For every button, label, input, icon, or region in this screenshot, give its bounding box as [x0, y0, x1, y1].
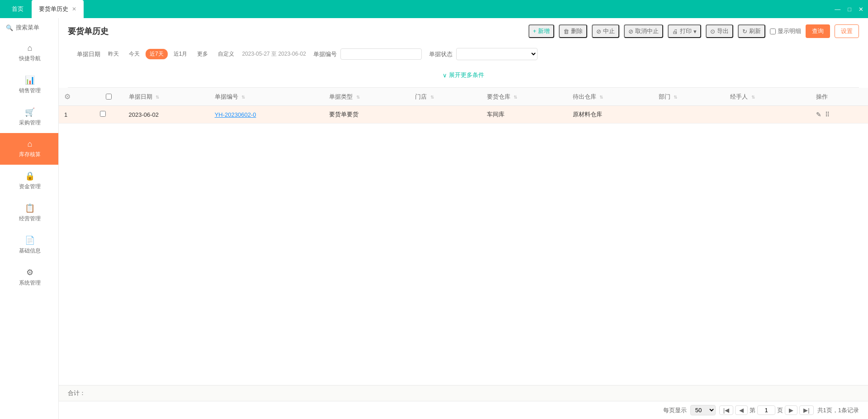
- sidebar-item-sales[interactable]: 📊 销售管理: [0, 69, 58, 101]
- window-controls: — □ ✕: [835, 6, 863, 13]
- last-page-button[interactable]: ▶|: [799, 405, 813, 415]
- window-maximize[interactable]: □: [848, 6, 851, 13]
- op-edit-icon[interactable]: ✎: [816, 111, 821, 118]
- expand-conditions-button[interactable]: ∨ 展开更多条件: [439, 69, 488, 81]
- page-size-select[interactable]: 50 10 20 100: [690, 405, 716, 415]
- top-bar: 首页 要货单历史 ✕ — □ ✕: [0, 0, 868, 18]
- row-handler: [725, 106, 811, 124]
- window-minimize[interactable]: —: [835, 6, 840, 13]
- sort-pending-icon[interactable]: ⇅: [599, 95, 603, 100]
- th-op: 操作: [811, 88, 868, 106]
- row-num-link[interactable]: YH-20230602-0: [215, 111, 256, 118]
- display-detail-toggle[interactable]: 显示明细: [770, 27, 801, 35]
- th-store: 门店 ⇅: [410, 88, 481, 106]
- tab-close-icon[interactable]: ✕: [72, 6, 76, 12]
- print-dropdown-icon: ▾: [693, 28, 697, 35]
- window-close[interactable]: ✕: [859, 6, 863, 13]
- export-button[interactable]: ⊙ 导出: [706, 24, 733, 38]
- display-detail-checkbox[interactable]: [770, 29, 776, 34]
- tab-history[interactable]: 要货单历史 ✕: [32, 0, 84, 18]
- refresh-icon: ↻: [742, 28, 747, 35]
- sort-type-icon[interactable]: ⇅: [356, 95, 360, 100]
- row-date: 2023-06-02: [123, 106, 209, 124]
- search-icon: 🔍: [6, 24, 13, 31]
- th-date: 单据日期 ⇅: [123, 88, 209, 106]
- doc-num-filter-group: 单据编号: [313, 48, 422, 60]
- delete-icon: 🗑: [563, 28, 569, 35]
- date-range-display: 2023-05-27 至 2023-06-02: [242, 50, 306, 58]
- pagination-bar: 每页显示 50 10 20 100 |◀ ◀ 第 页 ▶ ▶| 共1页，1条记录: [59, 401, 868, 419]
- first-page-button[interactable]: |◀: [719, 405, 733, 415]
- expand-row: ∨ 展开更多条件: [77, 67, 850, 83]
- page-number-input[interactable]: [757, 405, 775, 415]
- expand-icon: ∨: [443, 72, 447, 79]
- stop-button[interactable]: ⊘ 中止: [592, 24, 619, 38]
- sidebar: 🔍 搜索菜单 ⌂ 快捷导航 📊 销售管理 🛒 采购管理 ⌂ 库存核算 🔒 资金管…: [0, 18, 59, 419]
- sidebar-item-purchase[interactable]: 🛒 采购管理: [0, 101, 58, 133]
- row-index: 1: [59, 106, 94, 124]
- refresh-button[interactable]: ↻ 刷新: [738, 24, 765, 38]
- sidebar-item-system[interactable]: ⚙ 系统管理: [0, 261, 58, 293]
- cancel-stop-button[interactable]: ⊘ 取消中止: [624, 24, 663, 38]
- prev-page-button[interactable]: ◀: [735, 405, 748, 415]
- settings-button[interactable]: 设置: [835, 24, 859, 38]
- basic-icon: 📄: [25, 235, 35, 245]
- th-pending: 待出仓库 ⇅: [567, 88, 653, 106]
- query-button[interactable]: 查询: [806, 24, 830, 38]
- sidebar-item-operations[interactable]: 📋 经营管理: [0, 197, 58, 229]
- home-icon: ⌂: [28, 43, 33, 53]
- filter-bar: 单据日期 昨天 今天 近7天 近1月 更多 自定义 2023-05-27 至 2…: [68, 43, 859, 88]
- page-label-after: 页: [777, 406, 783, 414]
- tab-home[interactable]: 首页: [5, 0, 31, 18]
- th-handler: 经手人 ⇅: [725, 88, 811, 106]
- th-settings: ⚙: [59, 88, 94, 106]
- th-warehouse: 要货仓库 ⇅: [481, 88, 567, 106]
- sort-date-icon[interactable]: ⇅: [156, 95, 159, 100]
- sidebar-item-basic[interactable]: 📄 基础信息: [0, 229, 58, 261]
- sort-warehouse-icon[interactable]: ⇅: [514, 95, 517, 100]
- summary-label: 合计：: [68, 389, 85, 397]
- sidebar-search[interactable]: 🔍 搜索菜单: [0, 18, 58, 37]
- toolbar: + 新增 🗑 删除 ⊘ 中止 ⊘ 取消中止 🖨: [528, 24, 859, 38]
- row-num: YH-20230602-0: [209, 106, 324, 124]
- th-dept: 部门 ⇅: [653, 88, 725, 106]
- date-btn-yesterday[interactable]: 昨天: [104, 49, 123, 59]
- page-nav: |◀ ◀ 第 页 ▶ ▶|: [719, 405, 814, 415]
- date-btn-today[interactable]: 今天: [125, 49, 144, 59]
- row-type: 要货单要货: [324, 106, 410, 124]
- date-btn-more[interactable]: 更多: [193, 49, 212, 59]
- print-button[interactable]: 🖨 打印 ▾: [668, 24, 701, 38]
- content-area: 要货单历史 + 新增 🗑 删除 ⊘ 中止 ⊘ 取消中止: [59, 18, 868, 419]
- sidebar-item-finance[interactable]: 🔒 资金管理: [0, 165, 58, 197]
- sort-dept-icon[interactable]: ⇅: [674, 95, 677, 100]
- table-settings-icon[interactable]: ⚙: [64, 93, 71, 100]
- sort-num-icon[interactable]: ⇅: [241, 95, 245, 100]
- doc-status-select[interactable]: [456, 48, 538, 60]
- date-buttons: 昨天 今天 近7天 近1月 更多 自定义: [104, 49, 238, 59]
- th-checkbox: [94, 88, 123, 106]
- stop-icon: ⊘: [596, 28, 601, 35]
- delete-button[interactable]: 🗑 删除: [559, 24, 587, 38]
- sort-handler-icon[interactable]: ⇅: [751, 95, 755, 100]
- select-all-checkbox[interactable]: [106, 94, 112, 100]
- doc-num-input[interactable]: [340, 48, 422, 60]
- page-label-before: 第: [750, 406, 755, 414]
- sort-store-icon[interactable]: ⇅: [430, 95, 434, 100]
- page-title: 要货单历史: [68, 26, 108, 37]
- row-checkbox[interactable]: [100, 111, 106, 117]
- row-store: [410, 106, 481, 124]
- next-page-button[interactable]: ▶: [785, 405, 797, 415]
- date-btn-last7[interactable]: 近7天: [146, 49, 168, 59]
- new-button[interactable]: + 新增: [528, 24, 554, 38]
- table-row: 1 2023-06-02 YH-20230602-0 要货单要货: [59, 106, 868, 124]
- date-btn-last-month[interactable]: 近1月: [170, 49, 192, 59]
- th-num: 单据编号 ⇅: [209, 88, 324, 106]
- doc-num-label: 单据编号: [313, 50, 337, 58]
- sidebar-item-inventory[interactable]: ⌂ 库存核算: [0, 133, 58, 165]
- op-more-icon[interactable]: ⠿: [825, 111, 830, 118]
- date-filter-group: 单据日期 昨天 今天 近7天 近1月 更多 自定义 2023-05-27 至 2…: [77, 49, 306, 59]
- print-icon: 🖨: [672, 28, 678, 35]
- sidebar-item-quick-nav[interactable]: ⌂ 快捷导航: [0, 37, 58, 69]
- date-btn-custom[interactable]: 自定义: [214, 49, 238, 59]
- page-size-label: 每页显示: [663, 406, 687, 414]
